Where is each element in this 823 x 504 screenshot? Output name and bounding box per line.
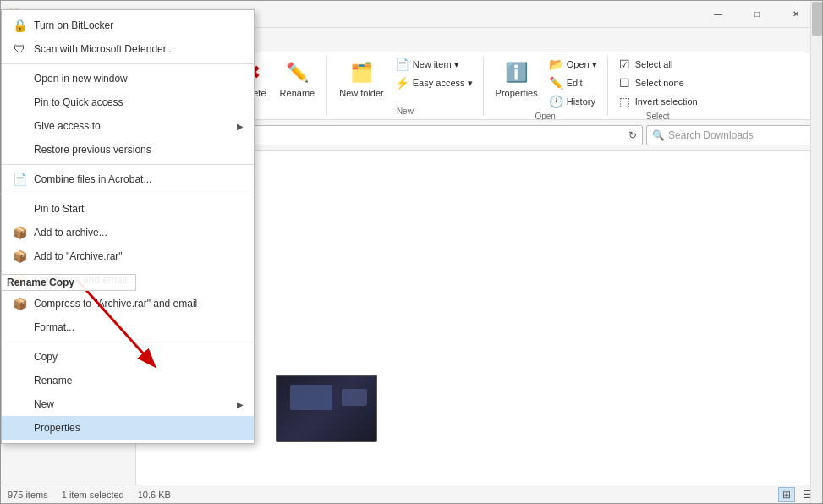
select-all-button[interactable]: ☑ Select all <box>615 56 701 73</box>
ctx-format-label: Format... <box>34 321 74 333</box>
item-count: 975 items <box>8 490 48 500</box>
select-buttons: ☑ Select all ☐ Select none ⬚ Invert sele… <box>615 56 701 110</box>
select-all-label: Select all <box>635 59 673 69</box>
statusbar: 975 items 1 item selected 10.6 KB ⊞ ☰ <box>1 485 822 503</box>
ctx-compress-rar-email[interactable]: 📦 Compress to "Archive.rar" and email <box>2 292 254 315</box>
invert-icon: ⬚ <box>618 95 632 108</box>
history-icon: 🕐 <box>550 95 563 108</box>
ctx-bitlocker-label: Turn on BitLocker <box>34 19 113 31</box>
select-col: ☑ Select all ☐ Select none ⬚ Invert sele… <box>615 56 701 110</box>
invert-selection-button[interactable]: ⬚ Invert selection <box>615 93 701 110</box>
select-all-icon: ☑ <box>618 58 632 71</box>
easy-access-button[interactable]: ⚡ Easy access ▾ <box>392 74 476 91</box>
ctx-pin-quick[interactable]: Pin to Quick access <box>2 90 254 114</box>
window-controls: — □ ✕ <box>699 1 815 28</box>
minimize-button[interactable]: — <box>699 1 738 28</box>
ctx-give-access-label: Give access to <box>34 120 101 132</box>
file-size: 10.6 KB <box>138 490 171 500</box>
add-archive-icon: 📦 <box>12 225 27 240</box>
thumbnail-inner <box>277 376 376 441</box>
refresh-button[interactable]: ↻ <box>628 129 637 141</box>
restore-icon <box>12 142 27 157</box>
ctx-pin-start-label: Pin to Start <box>34 203 84 215</box>
ctx-rename[interactable]: Rename <box>2 369 254 392</box>
bitlocker-icon: 🔒 <box>12 18 27 33</box>
selection-info: 1 item selected <box>62 490 124 500</box>
ctx-defender[interactable]: 🛡 Scan with Microsoft Defender... <box>2 37 254 61</box>
ctx-add-archive-label: Add to archive... <box>34 227 107 238</box>
give-access-arrow: ▶ <box>237 122 244 131</box>
ctx-copy-label: Copy <box>34 351 58 363</box>
ctx-give-access[interactable]: Give access to ▶ <box>2 114 254 138</box>
new-folder-button[interactable]: 🗂️ New folder <box>334 56 389 101</box>
format-icon <box>12 320 27 335</box>
search-bar[interactable]: 🔍 Search Downloads <box>646 125 815 145</box>
thumb-accent2 <box>342 389 367 406</box>
open-button[interactable]: 📂 Open ▾ <box>546 56 601 73</box>
ctx-pin-start[interactable]: Pin to Start <box>2 197 254 221</box>
new-buttons: 🗂️ New folder 📄 New item ▾ ⚡ Easy access… <box>334 56 475 105</box>
history-button[interactable]: 🕐 History <box>546 93 601 110</box>
edit-icon: ✏️ <box>550 76 563 90</box>
ribbon-group-open: ℹ️ Properties 📂 Open ▾ ✏️ Edit <box>484 56 608 116</box>
acrobat-icon: 📄 <box>12 172 27 187</box>
context-menu: 🔒 Turn on BitLocker 🛡 Scan with Microsof… <box>1 9 255 444</box>
edit-button[interactable]: ✏️ Edit <box>546 74 601 91</box>
properties-button[interactable]: ℹ️ Properties <box>491 56 543 101</box>
ctx-open-new-window[interactable]: Open in new window <box>2 67 254 90</box>
ctx-acrobat[interactable]: 📄 Combine files in Acrobat... <box>2 167 254 191</box>
ctx-new-icon <box>12 397 27 412</box>
annotation-label: Rename Copy <box>1 274 136 291</box>
ctx-rename-icon <box>12 373 27 388</box>
ctx-new-arrow: ▶ <box>237 400 244 409</box>
ctx-restore[interactable]: Restore previous versions <box>2 138 254 162</box>
ctx-format[interactable]: Format... <box>2 315 254 339</box>
new-folder-icon: 🗂️ <box>348 59 375 86</box>
ctx-copy[interactable]: Copy <box>2 345 254 369</box>
new-label: New <box>397 107 414 116</box>
ctx-rename-label: Rename <box>34 375 72 386</box>
ctx-properties[interactable]: Properties <box>2 416 254 440</box>
large-icons-view-button[interactable]: ⊞ <box>778 487 795 502</box>
open-col: 📂 Open ▾ ✏️ Edit 🕐 History <box>546 56 601 110</box>
new-item-button[interactable]: 📄 New item ▾ <box>392 56 476 73</box>
select-none-icon: ☐ <box>618 76 632 90</box>
history-label: History <box>567 96 595 107</box>
select-none-button[interactable]: ☐ Select none <box>615 74 701 91</box>
open-new-window-icon <box>12 71 27 86</box>
ctx-new[interactable]: New ▶ <box>2 392 254 416</box>
edit-label: Edit <box>567 78 583 88</box>
ctx-bitlocker[interactable]: 🔒 Turn on BitLocker <box>2 14 254 37</box>
ctx-restore-label: Restore previous versions <box>34 144 151 156</box>
ctx-open-new-label: Open in new window <box>34 73 128 85</box>
ctx-sep-3 <box>2 194 254 194</box>
maximize-button[interactable]: □ <box>738 1 776 28</box>
rename-button[interactable]: ✏️ Rename <box>275 56 321 101</box>
ctx-add-rar[interactable]: 📦 Add to "Archive.rar" <box>2 244 254 268</box>
ctx-add-archive[interactable]: 📦 Add to archive... <box>2 221 254 244</box>
defender-icon: 🛡 <box>12 41 27 57</box>
ctx-sep-4 <box>2 342 254 342</box>
ctx-add-rar-label: Add to "Archive.rar" <box>34 250 123 262</box>
ribbon-group-select: ☑ Select all ☐ Select none ⬚ Invert sele… <box>608 56 708 116</box>
ribbon-group-new: 🗂️ New folder 📄 New item ▾ ⚡ Easy access… <box>327 56 483 116</box>
search-icon: 🔍 <box>652 129 665 141</box>
ctx-defender-label: Scan with Microsoft Defender... <box>34 43 174 55</box>
new-folder-label: New folder <box>339 88 384 98</box>
ctx-sep-2 <box>2 164 254 165</box>
new-item-icon: 📄 <box>396 58 409 71</box>
vertical-scrollbar[interactable] <box>810 151 822 485</box>
select-none-label: Select none <box>635 78 684 88</box>
new-item-label: New item ▾ <box>413 59 459 70</box>
ctx-pin-quick-label: Pin to Quick access <box>34 96 123 108</box>
ctx-copy-icon <box>12 349 27 364</box>
new-col: 📄 New item ▾ ⚡ Easy access ▾ <box>392 56 476 91</box>
easy-access-label: Easy access ▾ <box>413 78 473 89</box>
pin-start-icon <box>12 201 27 216</box>
ctx-compress-rar-email-label: Compress to "Archive.rar" and email <box>34 298 197 310</box>
ctx-properties-icon <box>12 420 27 436</box>
easy-access-icon: ⚡ <box>396 76 409 90</box>
rename-label: Rename <box>280 88 315 98</box>
thumbnail-popup <box>276 375 377 442</box>
open-icon: 📂 <box>550 58 563 71</box>
